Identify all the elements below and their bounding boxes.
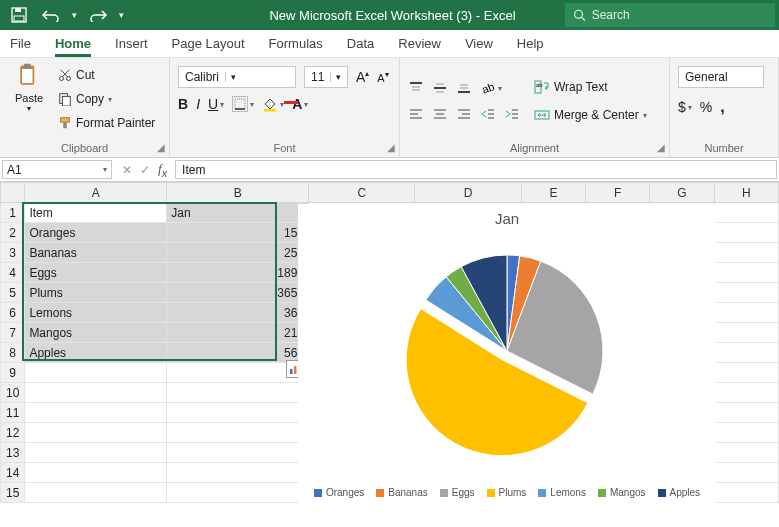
cell[interactable]	[714, 343, 778, 363]
row-header[interactable]: 12	[1, 423, 25, 443]
currency-button[interactable]: $▾	[678, 99, 692, 115]
cut-button[interactable]: Cut	[56, 65, 157, 85]
embedded-chart[interactable]: Jan OrangesBananasEggsPlumsLemonsMangosA…	[298, 204, 716, 504]
redo-button[interactable]	[87, 4, 109, 26]
col-header-F[interactable]: F	[586, 183, 650, 203]
cell[interactable]: Lemons	[25, 303, 167, 323]
cell[interactable]	[714, 423, 778, 443]
increase-indent-button[interactable]	[504, 106, 520, 122]
row-header[interactable]: 3	[1, 243, 25, 263]
font-dialog-launcher[interactable]: ◢	[387, 142, 395, 153]
col-header-B[interactable]: B	[167, 183, 309, 203]
row-header[interactable]: 10	[1, 383, 25, 403]
row-header[interactable]: 7	[1, 323, 25, 343]
tab-review[interactable]: Review	[398, 32, 441, 57]
cell[interactable]: 256	[167, 243, 309, 263]
cell[interactable]	[714, 283, 778, 303]
cell[interactable]: Mangos	[25, 323, 167, 343]
tab-data[interactable]: Data	[347, 32, 374, 57]
borders-button[interactable]: ▾	[232, 96, 254, 112]
cell[interactable]: Jan	[167, 203, 309, 223]
cell[interactable]	[167, 463, 309, 483]
cell[interactable]	[167, 423, 309, 443]
align-center-button[interactable]	[432, 106, 448, 122]
search-box[interactable]	[565, 3, 775, 27]
cell[interactable]: 214	[167, 323, 309, 343]
cancel-formula-button[interactable]: ✕	[122, 163, 132, 177]
col-header-E[interactable]: E	[521, 183, 585, 203]
clipboard-dialog-launcher[interactable]: ◢	[157, 142, 165, 153]
qat-customize-dropdown[interactable]: ▾	[119, 10, 124, 20]
bold-button[interactable]: B	[178, 96, 188, 112]
row-header[interactable]: 5	[1, 283, 25, 303]
percent-button[interactable]: %	[700, 99, 712, 115]
row-header[interactable]: 2	[1, 223, 25, 243]
cell[interactable]	[167, 383, 309, 403]
row-header[interactable]: 9	[1, 363, 25, 383]
cell[interactable]	[25, 363, 167, 383]
cell[interactable]	[714, 483, 778, 503]
cell[interactable]	[714, 383, 778, 403]
tab-help[interactable]: Help	[517, 32, 544, 57]
row-header[interactable]: 1	[1, 203, 25, 223]
orientation-button[interactable]: ab▾	[480, 80, 502, 96]
shrink-font-button[interactable]: A▾	[377, 70, 388, 84]
row-header[interactable]: 11	[1, 403, 25, 423]
cell[interactable]	[714, 463, 778, 483]
undo-button[interactable]	[40, 4, 62, 26]
cell[interactable]: 3658	[167, 283, 309, 303]
tab-home[interactable]: Home	[55, 32, 91, 57]
search-input[interactable]	[592, 8, 767, 22]
col-header-C[interactable]: C	[309, 183, 415, 203]
align-left-button[interactable]	[408, 106, 424, 122]
col-header-A[interactable]: A	[25, 183, 167, 203]
cell[interactable]: 150	[167, 223, 309, 243]
row-header[interactable]: 4	[1, 263, 25, 283]
tab-page-layout[interactable]: Page Layout	[172, 32, 245, 57]
cell[interactable]	[167, 403, 309, 423]
cell[interactable]	[714, 223, 778, 243]
number-format-select[interactable]: General	[678, 66, 764, 88]
enter-formula-button[interactable]: ✓	[140, 163, 150, 177]
cell[interactable]	[714, 243, 778, 263]
cell[interactable]	[714, 323, 778, 343]
cell[interactable]: 365	[167, 303, 309, 323]
col-header-H[interactable]: H	[714, 183, 778, 203]
cell[interactable]: 1896	[167, 263, 309, 283]
row-header[interactable]: 6	[1, 303, 25, 323]
row-header[interactable]: 14	[1, 463, 25, 483]
cell[interactable]	[25, 423, 167, 443]
row-header[interactable]: 8	[1, 343, 25, 363]
save-icon[interactable]	[8, 4, 30, 26]
cell[interactable]: Eggs	[25, 263, 167, 283]
italic-button[interactable]: I	[196, 96, 200, 112]
tab-file[interactable]: File	[10, 32, 31, 57]
align-bottom-button[interactable]	[456, 80, 472, 96]
font-size-select[interactable]: 11▾	[304, 66, 348, 88]
col-header-G[interactable]: G	[650, 183, 714, 203]
underline-button[interactable]: U▾	[208, 96, 224, 112]
alignment-dialog-launcher[interactable]: ◢	[657, 142, 665, 153]
align-right-button[interactable]	[456, 106, 472, 122]
merge-center-button[interactable]: Merge & Center ▾	[532, 105, 649, 125]
name-box[interactable]: A1 ▾	[2, 160, 112, 179]
fill-color-button[interactable]: ▾	[262, 96, 284, 112]
cell[interactable]	[25, 443, 167, 463]
align-middle-button[interactable]	[432, 80, 448, 96]
cell[interactable]	[714, 363, 778, 383]
cell[interactable]	[714, 303, 778, 323]
font-name-select[interactable]: Calibri▾	[178, 66, 296, 88]
cell[interactable]	[714, 443, 778, 463]
font-color-button[interactable]: A▾	[292, 96, 324, 112]
cell[interactable]: Plums	[25, 283, 167, 303]
cell[interactable]	[25, 463, 167, 483]
copy-button[interactable]: Copy ▾	[56, 89, 157, 109]
cell[interactable]: Oranges	[25, 223, 167, 243]
tab-view[interactable]: View	[465, 32, 493, 57]
decrease-indent-button[interactable]	[480, 106, 496, 122]
select-all-cell[interactable]	[1, 183, 25, 203]
cell[interactable]	[25, 403, 167, 423]
col-header-D[interactable]: D	[415, 183, 521, 203]
undo-dropdown[interactable]: ▾	[72, 10, 77, 20]
format-painter-button[interactable]: Format Painter	[56, 113, 157, 133]
